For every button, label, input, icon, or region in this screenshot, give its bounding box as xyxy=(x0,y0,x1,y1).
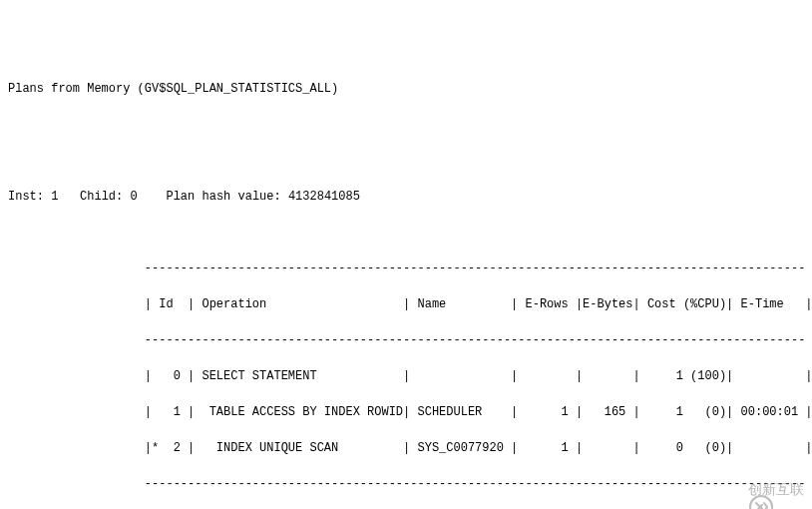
watermark-logo-icon xyxy=(720,477,744,501)
table-border-bottom: ----------------------------------------… xyxy=(8,475,804,493)
inst-child-plan-line: Inst: 1 Child: 0 Plan hash value: 413284… xyxy=(8,188,804,206)
child-value: 0 xyxy=(130,190,137,204)
blank xyxy=(8,224,804,242)
plan-hash-label: Plan hash value: xyxy=(166,190,280,204)
table-row: |* 2 | INDEX UNIQUE SCAN | SYS_C0077920 … xyxy=(8,439,804,457)
table-row: | 1 | TABLE ACCESS BY INDEX ROWID| SCHED… xyxy=(8,403,804,421)
plan-hash-value: 4132841085 xyxy=(288,190,360,204)
table-row: | 0 | SELECT STATEMENT | | | | 1 (100)| … xyxy=(8,367,804,385)
table-border-mid: ----------------------------------------… xyxy=(8,331,804,349)
table-border-top: ----------------------------------------… xyxy=(8,259,804,277)
watermark-text: 创新互联 xyxy=(748,479,804,500)
inst-label: Inst: xyxy=(8,190,44,204)
blank xyxy=(8,152,804,170)
table-header: | Id | Operation | Name | E-Rows |E-Byte… xyxy=(8,295,804,313)
watermark: 创新互联 xyxy=(720,477,804,501)
inst-value: 1 xyxy=(51,190,58,204)
title-line: Plans from Memory (GV$SQL_PLAN_STATISTIC… xyxy=(8,80,804,98)
child-label: Child: xyxy=(80,190,123,204)
blank xyxy=(8,116,804,134)
